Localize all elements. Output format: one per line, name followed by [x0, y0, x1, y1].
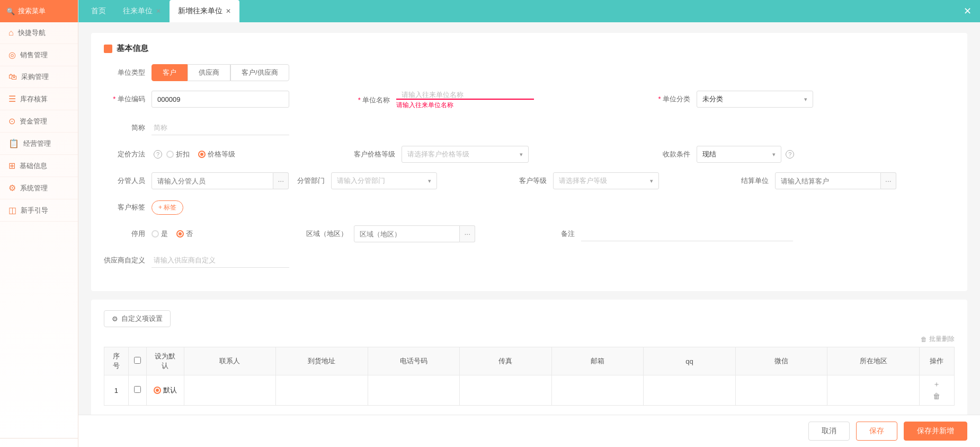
region-cell-input[interactable] [833, 387, 914, 395]
btn-customer[interactable]: 客户 [152, 64, 188, 81]
sidebar-purchase-icon: 🛍 [8, 72, 17, 82]
sidebar-sales-icon: ◎ [8, 50, 16, 60]
tab-bar-close-icon[interactable]: ✕ [959, 5, 976, 17]
settlement-input-wrapper: ··· [775, 172, 913, 189]
unit-name-input[interactable] [396, 91, 534, 100]
phone-input[interactable] [373, 387, 455, 395]
manager-input[interactable] [152, 172, 273, 189]
sidebar-item-basic[interactable]: ⊞基础信息 [0, 155, 78, 177]
delete-row-btn[interactable]: 🗑 [931, 390, 942, 402]
payment-terms-select[interactable]: 现结 ▾ [697, 146, 781, 163]
radio-price-level[interactable]: 价格等级 [198, 150, 235, 159]
table-header-传真: 传真 [460, 347, 552, 375]
manager-label: 分管人员 [104, 172, 152, 189]
cell-contact[interactable] [184, 375, 276, 406]
manager-more-btn[interactable]: ··· [273, 172, 289, 189]
tab-partners-close[interactable]: ✕ [156, 7, 161, 15]
default-radio[interactable] [154, 387, 161, 394]
sidebar-item-newbie[interactable]: ◫新手引导 [0, 199, 78, 222]
region-more-btn[interactable]: ··· [460, 225, 475, 242]
customer-price-select[interactable]: 请选择客户价格等级 ▾ [402, 146, 529, 163]
remark-input[interactable] [581, 226, 793, 241]
default-radio-label[interactable]: 默认 [152, 385, 179, 395]
address-input[interactable] [281, 387, 362, 395]
tab-bar: 首页往来单位✕新增往来单位✕ ✕ [78, 0, 980, 22]
department-select[interactable]: 请输入分管部门 ▾ [331, 172, 437, 189]
radio-yes[interactable]: 是 [152, 229, 168, 239]
wechat-input[interactable] [741, 387, 822, 395]
table-row: 1 默认 ＋ 🗑 [104, 375, 955, 406]
add-row-btn[interactable]: ＋ [931, 379, 942, 390]
short-name-group: 简称 [104, 119, 955, 136]
save-button[interactable]: 保存 [856, 422, 897, 441]
unit-category-select[interactable]: 未分类 ▾ [697, 91, 813, 108]
btn-both[interactable]: 客户/供应商 [230, 64, 289, 81]
sidebar-item-quick-nav[interactable]: ⌂快捷导航 [0, 22, 78, 44]
batch-delete-area: 🗑 批量删除 [104, 335, 955, 344]
radio-no[interactable]: 否 [176, 229, 193, 239]
tab-home[interactable]: 首页 [83, 0, 114, 22]
settlement-input[interactable] [775, 172, 881, 189]
sidebar-item-operation[interactable]: 📋经营管理 [0, 133, 78, 155]
custom-settings-label: 自定义项设置 [121, 314, 163, 323]
cell-phone[interactable] [368, 375, 460, 406]
tag-group: 客户标签 + 标签 [104, 199, 955, 216]
tab-new-partner[interactable]: 新增往来单位✕ [170, 0, 239, 22]
row-checkbox-0[interactable] [134, 386, 141, 393]
radio-discount[interactable]: 折扣 [166, 150, 190, 159]
sidebar-inventory-icon: ☰ [8, 94, 16, 104]
tab-new-partner-close[interactable]: ✕ [226, 7, 231, 15]
select-all-checkbox[interactable] [134, 357, 141, 364]
batch-delete-btn[interactable]: 🗑 批量删除 [921, 335, 955, 344]
settlement-more-btn[interactable]: ··· [881, 172, 896, 189]
tab-partners[interactable]: 往来单位✕ [114, 0, 170, 22]
radio-yes-label: 是 [161, 229, 168, 239]
fax-input[interactable] [465, 387, 546, 395]
btn-supplier[interactable]: 供应商 [188, 64, 230, 81]
section-title-text: 基本信息 [117, 43, 148, 54]
customer-price-group: 客户价格等级 请选择客户价格等级 ▾ [354, 146, 654, 163]
table-header-电话号码: 电话号码 [368, 347, 460, 375]
cell-email[interactable] [551, 375, 644, 406]
supplier-custom-input[interactable] [152, 253, 289, 268]
radio-discount-label: 折扣 [176, 150, 190, 159]
contact-input[interactable] [190, 387, 271, 395]
cell-wechat[interactable] [735, 375, 827, 406]
sidebar-search[interactable]: 🔍 搜索菜单 [0, 0, 78, 22]
row-manager: 分管人员 ··· 分管部门 请输入分管部门 ▾ 客户等级 [104, 172, 955, 189]
cell-checkbox[interactable] [128, 375, 146, 406]
save-new-button[interactable]: 保存并新增 [904, 422, 967, 441]
disable-group: 停用 是 否 [104, 225, 306, 242]
sidebar-item-sales[interactable]: ◎销售管理 [0, 44, 78, 66]
radio-discount-circle [166, 151, 174, 158]
cell-fax[interactable] [460, 375, 552, 406]
sidebar-finance-label: 资金管理 [20, 117, 47, 126]
cell-address[interactable] [276, 375, 368, 406]
footer: 取消 保存 保存并新增 [78, 415, 980, 447]
region-input[interactable] [354, 225, 460, 242]
unit-code-input[interactable] [152, 91, 289, 108]
cancel-button[interactable]: 取消 [808, 422, 850, 441]
email-input[interactable] [557, 387, 638, 395]
add-tag-btn[interactable]: + 标签 [152, 200, 183, 215]
sidebar-item-inventory[interactable]: ☰库存核算 [0, 88, 78, 110]
payment-help-icon[interactable]: ? [786, 150, 794, 159]
radio-price-level-circle [198, 151, 206, 158]
unit-code-group: 单位编码 [104, 91, 354, 108]
customer-level-select[interactable]: 请选择客户等级 ▾ [553, 172, 659, 189]
sidebar-item-system[interactable]: ⚙系统管理 [0, 177, 78, 199]
sidebar-item-purchase[interactable]: 🛍采购管理 [0, 66, 78, 88]
cell-qq[interactable] [644, 375, 736, 406]
cell-region[interactable] [827, 375, 920, 406]
short-name-input[interactable] [152, 120, 289, 135]
custom-settings-btn[interactable]: ⚙ 自定义项设置 [104, 310, 171, 327]
customer-price-placeholder: 请选择客户价格等级 [407, 150, 469, 159]
sidebar-quick-nav-icon: ⌂ [8, 28, 14, 38]
sidebar-item-finance[interactable]: ⊙资金管理 [0, 110, 78, 133]
qq-input[interactable] [649, 387, 730, 395]
sidebar-sales-label: 销售管理 [20, 50, 48, 60]
pricing-help-icon[interactable]: ? [154, 150, 162, 159]
region-input-wrapper: ··· [354, 225, 492, 242]
customer-level-label: 客户等级 [511, 172, 553, 189]
gear-icon: ⚙ [112, 315, 118, 323]
